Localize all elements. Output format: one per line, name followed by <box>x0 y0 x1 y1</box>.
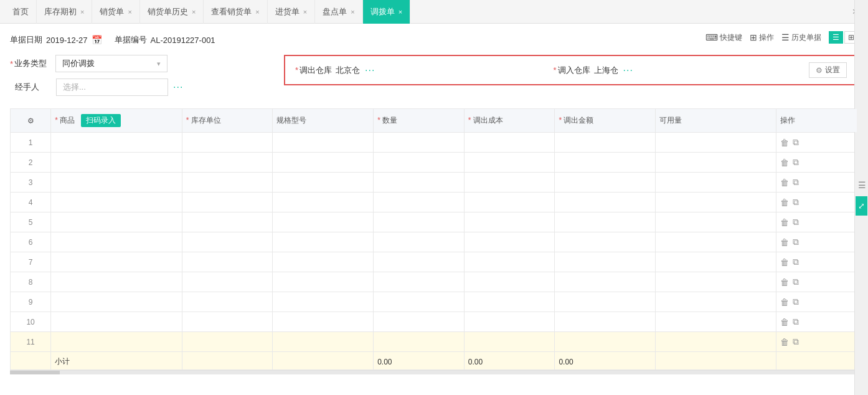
table-row: 11 🗑 ⧉ <box>11 332 857 352</box>
transfer-out-required: * <box>295 65 298 75</box>
copy-icon[interactable]: ⧉ <box>793 177 799 188</box>
table-row: 6 🗑 ⧉ <box>11 232 857 252</box>
left-form-panel: * 业务类型 同价调拨 ▾ 经手人 选择... ··· <box>10 55 278 102</box>
copy-icon[interactable]: ⧉ <box>793 137 799 148</box>
quick-bar: ⌨ 快捷键 ⊞ 操作 ☰ 历史单据 ☰ ⊞ <box>705 31 858 44</box>
handler-select[interactable]: 选择... <box>56 79 168 96</box>
tab-transfer-order[interactable]: 调拨单 × <box>363 0 410 24</box>
scrollbar-thumb[interactable] <box>10 371 60 374</box>
copy-icon[interactable]: ⧉ <box>793 217 799 227</box>
shortcut-button[interactable]: ⌨ 快捷键 <box>705 32 742 43</box>
settings-button[interactable]: ⚙ 设置 <box>809 62 847 78</box>
copy-icon[interactable]: ⧉ <box>793 277 799 287</box>
table-amount-header: * 调出金额 <box>555 109 656 133</box>
close-tab-view-sales[interactable]: × <box>255 8 259 16</box>
scrollbar-area <box>10 370 858 374</box>
subtotal-amount: 0.00 <box>555 352 656 371</box>
delete-icon[interactable]: 🗑 <box>780 277 789 287</box>
table-row: 1 🗑 ⧉ <box>11 133 857 153</box>
close-tab-sales-order[interactable]: × <box>128 8 131 16</box>
keyboard-icon: ⌨ <box>705 32 718 42</box>
tab-sales-order[interactable]: 销货单 × <box>92 0 139 24</box>
table-row: 10 🗑 ⧉ <box>11 312 857 332</box>
transfer-in-more-button[interactable]: ··· <box>623 65 633 76</box>
close-tab-sales-history[interactable]: × <box>192 8 196 16</box>
table-available-header: 可用量 <box>656 109 776 133</box>
scrollbar-track <box>10 371 858 374</box>
grid-icon: ⊞ <box>750 32 757 42</box>
subtotal-label: 小计 <box>51 352 182 371</box>
subtotal-row: 小计 0.00 0.00 0.00 <box>11 352 857 371</box>
table-row: 2 🗑 ⧉ <box>11 153 857 173</box>
transfer-out-label: 调出仓库 <box>300 65 332 76</box>
list-view-button[interactable]: ☰ <box>829 31 843 44</box>
business-type-select[interactable]: 同价调拨 ▾ <box>55 55 167 72</box>
tabs-bar: 首页 库存期初 × 销货单 × 销货单历史 × 查看销货单 × 进货单 × 盘点… <box>0 0 868 24</box>
scan-button[interactable]: 扫码录入 <box>81 114 121 127</box>
gear-icon: ⚙ <box>816 66 823 75</box>
subtotal-cost: 0.00 <box>464 352 555 371</box>
delete-icon[interactable]: 🗑 <box>780 158 789 168</box>
data-table: ⚙ * 商品 扫码录入 * 库存单位 规格型号 * 数量 <box>11 109 857 370</box>
tab-view-sales[interactable]: 查看销货单 × <box>204 0 267 24</box>
business-type-required: * <box>10 59 13 69</box>
table-spec-header: 规格型号 <box>273 109 374 133</box>
table-row: 8 🗑 ⧉ <box>11 272 857 292</box>
handler-more-button[interactable]: ··· <box>173 82 183 93</box>
doc-no-value: AL-20191227-001 <box>151 36 215 45</box>
delete-icon[interactable]: 🗑 <box>780 138 789 148</box>
doc-no-label: 单据编号 <box>115 34 147 45</box>
delete-icon[interactable]: 🗑 <box>780 257 789 267</box>
copy-icon[interactable]: ⧉ <box>793 257 799 267</box>
table-row: 7 🗑 ⧉ <box>11 252 857 272</box>
operation-button[interactable]: ⊞ 操作 <box>750 32 774 43</box>
table-row: 5 🗑 ⧉ <box>11 212 857 232</box>
copy-icon[interactable]: ⧉ <box>793 316 799 327</box>
sidebar-expand-icon[interactable]: ⤢ <box>856 196 867 216</box>
transfer-out-value: 北京仓 <box>336 65 360 76</box>
close-tab-inventory-count[interactable]: × <box>351 8 354 16</box>
handler-row: 经手人 选择... ··· <box>10 79 278 96</box>
close-tab-transfer-order[interactable]: × <box>399 8 402 16</box>
date-field: 单据日期 2019-12-27 📅 <box>10 34 102 45</box>
tab-sales-history[interactable]: 销货单历史 × <box>140 0 204 24</box>
table-row: 4 🗑 ⧉ <box>11 193 857 212</box>
handler-label: 经手人 <box>15 82 52 93</box>
delete-icon[interactable]: 🗑 <box>780 237 789 247</box>
history-button[interactable]: ☰ 历史单据 <box>781 32 821 43</box>
delete-icon[interactable]: 🗑 <box>780 217 789 227</box>
right-sidebar: ☰ ⤢ <box>854 0 868 381</box>
history-icon: ☰ <box>781 32 790 42</box>
close-tab-purchase-order[interactable]: × <box>303 8 307 16</box>
delete-icon[interactable]: 🗑 <box>780 297 789 307</box>
table-row: 9 🗑 ⧉ <box>11 292 857 312</box>
tab-inventory-count[interactable]: 盘点单 × <box>315 0 362 24</box>
transfer-out-field: * 调出仓库 北京仓 ··· <box>295 65 541 76</box>
table-settings-header[interactable]: ⚙ <box>11 109 51 133</box>
copy-icon[interactable]: ⧉ <box>793 237 799 247</box>
delete-icon[interactable]: 🗑 <box>780 178 789 188</box>
chevron-down-icon: ▾ <box>157 60 161 68</box>
delete-icon[interactable]: 🗑 <box>780 317 789 327</box>
transfer-out-more-button[interactable]: ··· <box>365 65 375 76</box>
copy-icon[interactable]: ⧉ <box>793 336 799 347</box>
close-tab-inventory-init[interactable]: × <box>80 8 84 16</box>
tab-home[interactable]: 首页 <box>5 0 37 24</box>
warehouse-panel: * 调出仓库 北京仓 ··· * 调入仓库 上海仓 ··· ⚙ 设置 <box>284 55 858 85</box>
tab-purchase-order[interactable]: 进货单 × <box>268 0 315 24</box>
table-action-header: 操作 <box>776 109 857 133</box>
business-type-row: * 业务类型 同价调拨 ▾ <box>10 55 278 72</box>
tab-inventory-init[interactable]: 库存期初 × <box>37 0 92 24</box>
delete-icon[interactable]: 🗑 <box>780 198 789 207</box>
copy-icon[interactable]: ⧉ <box>793 157 799 168</box>
transfer-in-label: 调入仓库 <box>558 65 590 76</box>
table-header-row: ⚙ * 商品 扫码录入 * 库存单位 规格型号 * 数量 <box>11 109 857 133</box>
table-cost-header: * 调出成本 <box>464 109 555 133</box>
copy-icon[interactable]: ⧉ <box>793 197 799 207</box>
copy-icon[interactable]: ⧉ <box>793 297 799 307</box>
sidebar-list-icon[interactable]: ☰ <box>857 180 867 190</box>
transfer-in-field: * 调入仓库 上海仓 ··· <box>554 65 800 76</box>
delete-icon[interactable]: 🗑 <box>780 337 789 347</box>
date-label: 单据日期 <box>10 34 42 45</box>
calendar-icon[interactable]: 📅 <box>92 35 102 45</box>
